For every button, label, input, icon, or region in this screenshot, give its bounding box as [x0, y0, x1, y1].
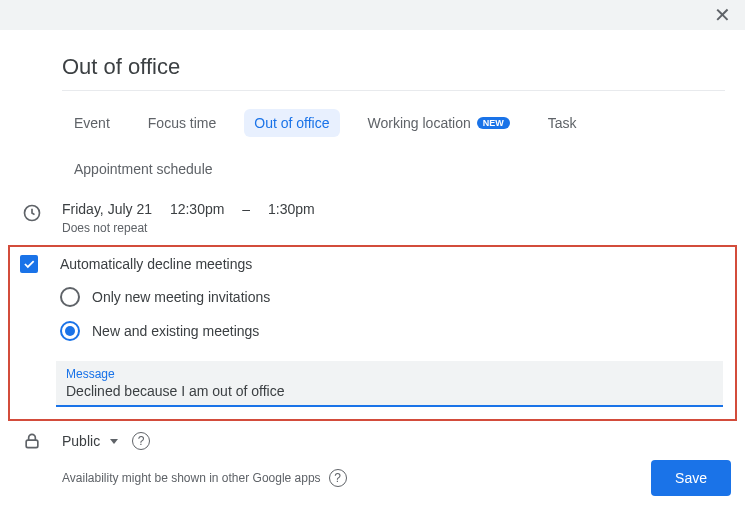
decline-message-label: Message	[66, 367, 713, 381]
tab-out-of-office[interactable]: Out of office	[244, 109, 339, 137]
availability-note-text: Availability might be shown in other Goo…	[62, 471, 321, 485]
tabs: Event Focus time Out of office Working l…	[64, 109, 725, 183]
radio-only-new[interactable]: Only new meeting invitations	[60, 287, 723, 307]
tab-working-location-label: Working location	[368, 115, 471, 131]
tab-event[interactable]: Event	[64, 109, 120, 137]
visibility-help-icon[interactable]: ?	[132, 432, 150, 450]
decline-message-input[interactable]	[66, 381, 713, 399]
new-badge: NEW	[477, 117, 510, 129]
auto-decline-label: Automatically decline meetings	[60, 256, 252, 272]
radio-new-and-existing-control[interactable]	[60, 321, 80, 341]
radio-only-new-label: Only new meeting invitations	[92, 289, 270, 305]
tab-working-location[interactable]: Working location NEW	[358, 109, 520, 137]
clock-icon	[22, 201, 62, 223]
tab-focus-time[interactable]: Focus time	[138, 109, 226, 137]
svg-rect-1	[26, 440, 38, 448]
radio-new-and-existing[interactable]: New and existing meetings	[60, 321, 723, 341]
auto-decline-section: Automatically decline meetings Only new …	[8, 245, 737, 421]
tab-task[interactable]: Task	[538, 109, 587, 137]
datetime-row[interactable]: Friday, July 21 12:30pm – 1:30pm	[62, 201, 725, 217]
lock-icon	[22, 431, 62, 451]
auto-decline-checkbox[interactable]	[20, 255, 38, 273]
time-dash: –	[242, 201, 250, 217]
repeat-value[interactable]: Does not repeat	[62, 221, 725, 235]
tab-appointment-schedule[interactable]: Appointment schedule	[64, 155, 223, 183]
radio-new-and-existing-label: New and existing meetings	[92, 323, 259, 339]
chevron-down-icon	[110, 439, 118, 444]
date-value: Friday, July 21	[62, 201, 152, 217]
radio-only-new-control[interactable]	[60, 287, 80, 307]
close-icon[interactable]: ✕	[710, 0, 735, 31]
end-time: 1:30pm	[268, 201, 315, 217]
save-button[interactable]: Save	[651, 460, 731, 496]
visibility-dropdown[interactable]: Public	[62, 433, 118, 449]
page-title: Out of office	[62, 54, 725, 91]
visibility-value: Public	[62, 433, 100, 449]
start-time: 12:30pm	[170, 201, 224, 217]
availability-help-icon[interactable]: ?	[329, 469, 347, 487]
decline-message-field[interactable]: Message	[56, 361, 723, 407]
